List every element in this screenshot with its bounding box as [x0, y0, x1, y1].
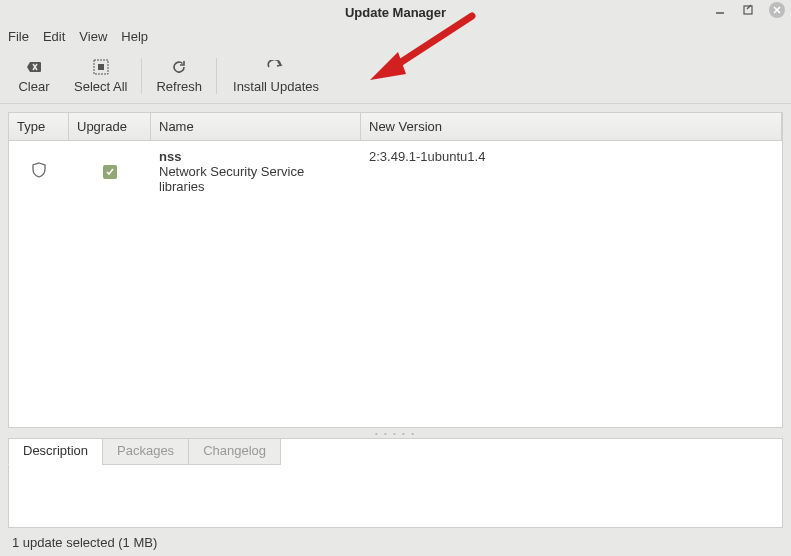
updates-table: Type Upgrade Name New Version nss Networ…	[8, 112, 783, 428]
name-cell: nss Network Security Service libraries	[151, 147, 361, 196]
shield-icon	[32, 162, 46, 181]
menubar: File Edit View Help	[0, 24, 791, 48]
clear-icon	[26, 57, 42, 77]
refresh-label: Refresh	[156, 79, 202, 94]
package-name: nss	[159, 149, 353, 164]
tab-description[interactable]: Description	[8, 438, 103, 465]
menu-edit[interactable]: Edit	[43, 29, 65, 44]
tab-changelog[interactable]: Changelog	[188, 438, 281, 465]
menu-file[interactable]: File	[8, 29, 29, 44]
close-button[interactable]	[769, 2, 785, 18]
maximize-button[interactable]	[741, 3, 755, 17]
column-new-version[interactable]: New Version	[361, 113, 782, 140]
menu-view[interactable]: View	[79, 29, 107, 44]
window-buttons	[713, 2, 785, 18]
titlebar: Update Manager	[0, 0, 791, 24]
column-name[interactable]: Name	[151, 113, 361, 140]
statusbar: 1 update selected (1 MB)	[0, 528, 791, 556]
svg-rect-8	[98, 64, 104, 70]
details-panel: Description Packages Changelog	[8, 438, 783, 528]
upgrade-cell[interactable]	[69, 147, 151, 196]
tab-packages[interactable]: Packages	[102, 438, 189, 465]
clear-button[interactable]: Clear	[4, 51, 64, 101]
minimize-button[interactable]	[713, 3, 727, 17]
table-body[interactable]: nss Network Security Service libraries 2…	[9, 141, 782, 427]
column-type[interactable]: Type	[9, 113, 69, 140]
package-description: Network Security Service libraries	[159, 164, 353, 194]
toolbar-separator	[216, 58, 217, 94]
window-title: Update Manager	[345, 5, 446, 20]
type-cell	[9, 147, 69, 196]
install-updates-button[interactable]: Install Updates	[221, 51, 331, 101]
select-all-label: Select All	[74, 79, 127, 94]
status-text: 1 update selected (1 MB)	[12, 535, 157, 550]
install-updates-label: Install Updates	[233, 79, 319, 94]
table-header: Type Upgrade Name New Version	[9, 113, 782, 141]
toolbar: Clear Select All Refresh Install Updates	[0, 48, 791, 104]
table-row[interactable]: nss Network Security Service libraries 2…	[9, 141, 782, 202]
checkbox-checked-icon[interactable]	[103, 165, 117, 179]
refresh-icon	[171, 57, 187, 77]
clear-label: Clear	[18, 79, 49, 94]
details-tabs: Description Packages Changelog	[8, 438, 280, 465]
select-all-icon	[93, 57, 109, 77]
column-upgrade[interactable]: Upgrade	[69, 113, 151, 140]
select-all-button[interactable]: Select All	[64, 51, 137, 101]
toolbar-separator	[141, 58, 142, 94]
refresh-button[interactable]: Refresh	[146, 51, 212, 101]
pane-splitter[interactable]: • • • • •	[0, 428, 791, 438]
menu-help[interactable]: Help	[121, 29, 148, 44]
version-cell: 2:3.49.1-1ubuntu1.4	[361, 147, 782, 196]
install-icon	[267, 57, 285, 77]
